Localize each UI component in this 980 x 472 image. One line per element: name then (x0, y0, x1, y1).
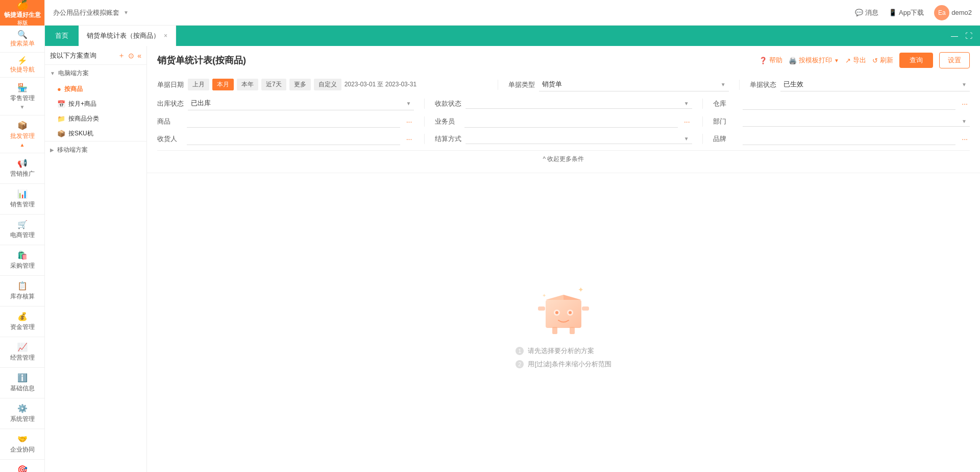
date-btn-last-month[interactable]: 上月 (188, 79, 209, 90)
date-btn-7days[interactable]: 近7天 (261, 79, 286, 90)
doc-type-value: 销货单 (542, 80, 562, 89)
product-input[interactable] (187, 115, 400, 128)
tab-close-btn[interactable]: × (164, 32, 167, 39)
sidebar-item-inventory[interactable]: 📋 库存核算 (0, 276, 44, 306)
settlement-label: 结算方式 (435, 134, 461, 144)
wholesale-icon: 📦 (17, 121, 28, 130)
doc-status-arrow-icon: ▼ (962, 82, 967, 87)
sidebar-item-system[interactable]: ⚙️ 系统管理 (0, 398, 44, 429)
print-btn[interactable]: 🖨️ 按模板打印 ▼ (789, 56, 839, 65)
sidebar-item-enterprise[interactable]: 🤝 企业协同 (0, 429, 44, 460)
help-btn[interactable]: ❓ 帮助 (759, 56, 782, 65)
purchase-icon: 🛍️ (17, 250, 28, 260)
date-btn-current-year[interactable]: 本年 (237, 79, 258, 90)
filter-settings-icon[interactable]: ⊙ (128, 52, 134, 60)
sidebar-item-label: 销售管理 (10, 200, 35, 209)
basic-icon: ℹ️ (17, 373, 28, 383)
date-btn-current-month[interactable]: 本月 (212, 79, 234, 90)
receiver-input[interactable] (187, 133, 400, 145)
brand-more-btn[interactable]: ··· (960, 135, 970, 143)
tab-maximize-btn[interactable]: ⛶ (963, 30, 975, 42)
out-status-select[interactable]: 已出库 ▼ (188, 97, 414, 110)
filter-panel-header: 按以下方案查询 ＋ ⊙ « (45, 51, 146, 64)
sidebar-quicknav[interactable]: ⚡ 快捷导航 (0, 53, 44, 78)
industry-dropdown-icon[interactable]: ▼ (124, 10, 129, 15)
filter-section-desktop-header[interactable]: ▼ 电脑端方案 (45, 65, 146, 82)
app-download-btn[interactable]: 📱 App下载 (889, 8, 924, 17)
user-name: demo2 (951, 9, 972, 16)
filter-collapse-icon[interactable]: « (137, 52, 141, 60)
collapse-more-conditions-btn[interactable]: ^ 收起更多条件 (157, 150, 970, 168)
filter-item-by-product[interactable]: ● 按商品 (45, 82, 146, 97)
refresh-icon: ↺ (872, 57, 878, 64)
filter-row-2: 出库状态 已出库 ▼ 收款状态 ▼ (157, 97, 970, 110)
sidebar-item-operations[interactable]: 📈 经营管理 (0, 337, 44, 368)
query-btn[interactable]: 查询 (899, 53, 933, 68)
salesperson-input[interactable] (464, 115, 678, 128)
filter-row-3: 商品 ··· 业务员 ··· 部门 (157, 115, 970, 128)
filter-item-by-month-product[interactable]: 📅 按月+商品 (45, 97, 146, 111)
page-actions: ❓ 帮助 🖨️ 按模板打印 ▼ ↗ 导出 ↺ 刷新 (759, 52, 970, 68)
sidebar-item-label: 企业协同 (10, 445, 35, 454)
sidebar-item-purchase[interactable]: 🛍️ 采购管理 (0, 245, 44, 276)
message-btn[interactable]: 💬 消息 (855, 8, 878, 17)
export-btn[interactable]: ↗ 导出 (845, 56, 866, 65)
svg-rect-0 (546, 300, 581, 328)
tab-home[interactable]: 首页 (45, 26, 79, 46)
sidebar-item-wholesale[interactable]: 📦 批发管理 ▲ (0, 115, 44, 153)
empty-tip-1: 1 请先选择要分析的方案 (516, 346, 611, 356)
warehouse-label: 仓库 (713, 99, 739, 108)
divider (702, 134, 703, 144)
divider (739, 80, 740, 90)
sidebar-item-guide[interactable]: 🎯 新手引导 (0, 460, 44, 472)
sidebar-item-retail[interactable]: 🏪 零售管理 ▼ (0, 78, 44, 115)
salesperson-more-btn[interactable]: ··· (682, 117, 692, 126)
sidebar-item-ecommerce[interactable]: 🛒 电商管理 (0, 215, 44, 245)
message-icon: 💬 (855, 9, 863, 16)
filter-add-icon[interactable]: ＋ (118, 51, 125, 60)
section-arrow-icon: ▼ (50, 70, 55, 76)
filter-item-by-sku[interactable]: 📦 按SKU机 (45, 126, 146, 141)
inventory-icon: 📋 (17, 281, 28, 291)
brand-input[interactable] (743, 133, 956, 145)
warehouse-more-btn[interactable]: ··· (960, 100, 970, 108)
doc-type-select[interactable]: 销货单 ▼ (539, 78, 728, 91)
refresh-btn[interactable]: ↺ 刷新 (872, 56, 893, 65)
filter-panel-title: 按以下方案查询 (50, 51, 115, 60)
industry-label: 办公用品行业模拟账套 (53, 8, 119, 17)
user-profile-btn[interactable]: Ea demo2 (934, 5, 972, 20)
empty-illustration: ✦ ✦ (533, 277, 594, 338)
sidebar-item-label: 库存核算 (10, 292, 35, 301)
avatar-initials: Ea (938, 9, 946, 16)
sidebar-item-label: 营销推广 (10, 170, 35, 178)
sidebar-item-label: 零售管理 (10, 94, 35, 103)
date-btn-more[interactable]: 更多 (289, 79, 311, 90)
department-select[interactable]: ▼ (743, 116, 970, 127)
receiver-more-btn[interactable]: ··· (404, 135, 414, 143)
ecommerce-icon: 🛒 (17, 220, 28, 229)
divider (498, 80, 498, 90)
tab-minimize-btn[interactable]: — (948, 30, 961, 42)
warehouse-input[interactable] (743, 98, 956, 110)
sidebar-item-label: 系统管理 (10, 415, 35, 423)
receiver-label: 收货人 (157, 134, 183, 144)
brand-label: 品牌 (713, 134, 739, 144)
doc-status-select[interactable]: 已生效 ▼ (780, 78, 970, 91)
filter-item-label: 按月+商品 (68, 100, 96, 108)
tab-active[interactable]: 销货单统计表（按商品） × (79, 26, 176, 46)
date-btn-custom[interactable]: 自定义 (314, 79, 341, 90)
settlement-select[interactable]: ▼ (465, 134, 692, 144)
sidebar-item-finance[interactable]: 💰 资金管理 (0, 306, 44, 337)
filter-item-by-category[interactable]: 📁 按商品分类 (45, 111, 146, 126)
sidebar-search[interactable]: 🔍 搜索菜单 (0, 26, 44, 53)
sidebar-item-basic[interactable]: ℹ️ 基础信息 (0, 368, 44, 398)
filter-section-mobile-header[interactable]: ▶ 移动端方案 (45, 141, 146, 158)
sidebar-item-sales[interactable]: 📊 销售管理 (0, 184, 44, 215)
filter-row-4: 收货人 ··· 结算方式 ▼ 品牌 (157, 133, 970, 145)
sidebar-item-marketing[interactable]: 📢 营销推广 (0, 153, 44, 184)
settings-btn[interactable]: 设置 (939, 52, 970, 68)
product-more-btn[interactable]: ··· (404, 117, 414, 126)
collect-status-select[interactable]: ▼ (465, 99, 692, 109)
svg-text:✦: ✦ (542, 293, 546, 298)
by-category-icon: 📁 (57, 115, 65, 123)
